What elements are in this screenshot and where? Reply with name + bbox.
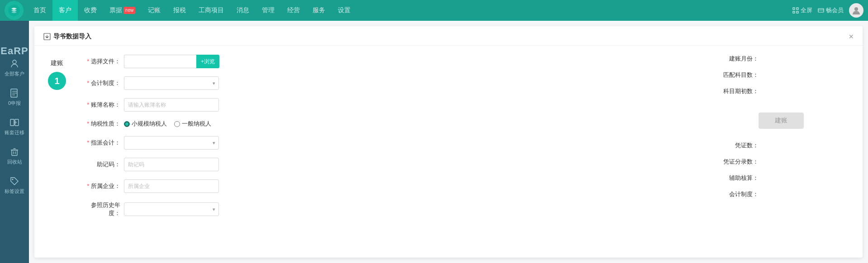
import-icon <box>43 33 51 40</box>
nav-message[interactable]: 消息 <box>230 0 256 21</box>
form-row-bookname: 账簿名称： <box>80 98 704 112</box>
mnemonic-input[interactable] <box>124 158 219 171</box>
label-mnemonic: 助记码： <box>80 160 120 169</box>
earp-text: EaRP <box>0 45 29 57</box>
info-label-voucher-entries: 凭证分录数： <box>713 158 759 166</box>
accountant-select-wrapper <box>124 136 219 150</box>
info-row-voucher-entries: 凭证分录数： <box>713 158 849 166</box>
sidebar-item-all-customers[interactable]: 全部客户 <box>0 54 29 82</box>
radio-small-scale-label: 小规模纳税人 <box>132 120 167 128</box>
info-label-initial: 科目期初数： <box>713 87 759 95</box>
radio-general-label: 一般纳税人 <box>182 120 211 128</box>
info-section: 建账月份： 匹配科目数： 科目期初数： 建账 <box>713 55 849 217</box>
dialog-container: 导爷数据导入 × 建账 1 选择文件： <box>34 26 863 258</box>
sidebar-item-migrate[interactable]: 账套迁移 <box>0 113 29 141</box>
nav-invoice[interactable]: 票据 new <box>103 0 142 21</box>
sidebar: EaRP 全部客户 0申报 账套迁移 <box>0 21 29 263</box>
avatar[interactable] <box>849 3 863 18</box>
form-row-year: 参照历史年度： <box>80 201 704 217</box>
nav-customer[interactable]: 客户 <box>52 0 78 21</box>
svg-rect-2 <box>797 8 798 9</box>
dialog-body: 建账 1 选择文件： +浏览 会计制度： <box>34 46 863 226</box>
dialog-title-text: 导爷数据导入 <box>53 33 91 41</box>
label-taxtype: 纳税性质： <box>80 120 120 128</box>
year-select-wrapper <box>124 202 219 216</box>
info-label-month: 建账月份： <box>713 55 759 63</box>
info-label-subjects: 匹配科目数： <box>713 71 759 79</box>
form-row-taxtype: 纳税性质： 小规模纳税人 一般纳税人 <box>80 120 704 128</box>
label-accounting: 会计制度： <box>80 79 120 87</box>
form-row-file: 选择文件： +浏览 <box>80 55 704 68</box>
form-section: 选择文件： +浏览 会计制度： <box>75 55 704 217</box>
svg-rect-3 <box>793 11 795 13</box>
nav-items: 首页 客户 收费 票据 new 记账 报税 工商项目 消息 管理 经营 服务 设… <box>27 0 792 21</box>
svg-point-19 <box>12 179 14 180</box>
step-section: 建账 1 <box>48 55 66 217</box>
sidebar-item-trash[interactable]: 回收站 <box>0 142 29 170</box>
dialog-title: 导爷数据导入 <box>43 33 91 41</box>
dialog-header: 导爷数据导入 × <box>34 26 863 46</box>
form-row-company: 所属企业： <box>80 179 704 193</box>
member-btn[interactable]: 畅会员 <box>818 6 844 14</box>
nav-bookkeeping[interactable]: 记账 <box>142 0 167 21</box>
step-circle: 1 <box>48 72 66 90</box>
sidebar-label-tag: 标签设置 <box>5 188 24 195</box>
label-file: 选择文件： <box>80 57 120 66</box>
nav-home[interactable]: 首页 <box>27 0 52 21</box>
svg-rect-15 <box>12 150 17 155</box>
file-text-input[interactable] <box>124 55 196 68</box>
sidebar-label-trash: 回收站 <box>7 159 22 165</box>
fullscreen-label: 全屏 <box>801 6 812 14</box>
svg-rect-14 <box>15 119 19 126</box>
form-row-accountant: 指派会计： <box>80 136 704 150</box>
sidebar-label-zero-report: 0申报 <box>8 100 21 107</box>
nav-fee[interactable]: 收费 <box>78 0 103 21</box>
info-row-subjects: 匹配科目数： <box>713 71 849 79</box>
label-bookname: 账簿名称： <box>80 101 120 109</box>
radio-small-scale[interactable]: 小规模纳税人 <box>124 120 167 128</box>
svg-point-8 <box>13 60 16 64</box>
info-row-auxiliary: 辅助核算： <box>713 174 849 182</box>
svg-rect-4 <box>797 11 798 13</box>
nav-service[interactable]: 服务 <box>306 0 332 21</box>
info-row-initial: 科目期初数： <box>713 87 849 95</box>
info-label-auxiliary: 辅助核算： <box>713 174 759 182</box>
info-label-accounting-system: 会计制度： <box>713 190 759 198</box>
new-badge: new <box>123 7 135 14</box>
nav-tax[interactable]: 报税 <box>167 0 192 21</box>
form-row-accounting: 会计制度： <box>80 76 704 90</box>
main-content: 导爷数据导入 × 建账 1 选择文件： <box>29 21 868 263</box>
bookname-input[interactable] <box>124 98 219 112</box>
sidebar-label-all-customers: 全部客户 <box>5 70 24 77</box>
nav-manage[interactable]: 管理 <box>256 0 281 21</box>
accounting-select[interactable] <box>124 76 219 90</box>
logo[interactable] <box>5 1 24 20</box>
accountant-select[interactable] <box>124 136 219 150</box>
build-account-button[interactable]: 建账 <box>759 113 804 129</box>
sidebar-item-zero-report[interactable]: 0申报 <box>0 84 29 111</box>
svg-rect-13 <box>10 119 14 126</box>
svg-rect-1 <box>793 8 795 9</box>
topnav-right: 全屏 畅会员 <box>792 3 863 18</box>
sidebar-item-tag[interactable]: 标签设置 <box>0 172 29 199</box>
step-label: 建账 <box>51 59 63 67</box>
info-row-month: 建账月份： <box>713 55 849 63</box>
svg-point-7 <box>854 7 858 11</box>
accounting-select-wrapper <box>124 76 219 90</box>
member-label: 畅会员 <box>826 6 844 14</box>
fullscreen-btn[interactable]: 全屏 <box>792 6 812 14</box>
nav-settings[interactable]: 设置 <box>332 0 357 21</box>
radio-general-input[interactable] <box>174 121 180 127</box>
label-company: 所属企业： <box>80 182 120 190</box>
browse-button[interactable]: +浏览 <box>196 55 219 68</box>
form-row-mnemonic: 助记码： <box>80 158 704 171</box>
nav-business[interactable]: 工商项目 <box>192 0 230 21</box>
radio-general[interactable]: 一般纳税人 <box>174 120 211 128</box>
label-accountant: 指派会计： <box>80 139 120 147</box>
company-input[interactable] <box>124 179 219 193</box>
year-select[interactable] <box>124 202 219 216</box>
top-navigation: 首页 客户 收费 票据 new 记账 报税 工商项目 消息 管理 经营 服务 设… <box>0 0 868 21</box>
dialog-close-button[interactable]: × <box>849 33 854 41</box>
nav-operation[interactable]: 经营 <box>281 0 306 21</box>
radio-small-scale-input[interactable] <box>124 121 130 127</box>
